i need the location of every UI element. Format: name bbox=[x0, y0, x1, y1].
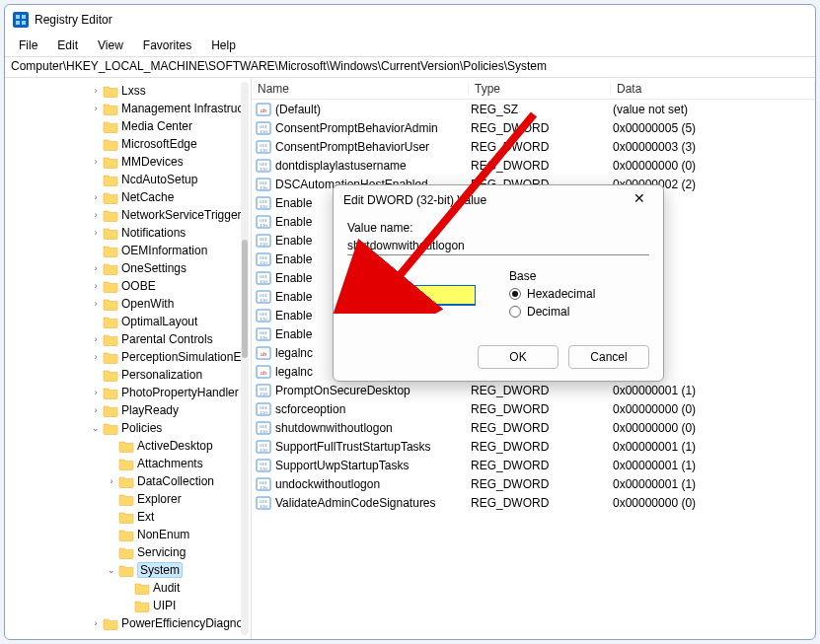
folder-icon bbox=[134, 581, 150, 595]
tree-item[interactable]: ›MMDevices bbox=[11, 153, 251, 171]
tree-item[interactable]: MicrosoftEdge bbox=[11, 135, 251, 153]
expand-icon[interactable]: › bbox=[90, 281, 102, 291]
col-type[interactable]: Type bbox=[469, 82, 611, 96]
tree-item[interactable]: ›Notifications bbox=[11, 224, 251, 242]
svg-text:110: 110 bbox=[260, 317, 267, 322]
list-row[interactable]: 011110ConsentPromptBehaviorAdminREG_DWOR… bbox=[252, 118, 815, 137]
tree-item[interactable]: ActiveDesktop bbox=[11, 437, 251, 455]
folder-icon bbox=[103, 315, 118, 328]
tree-item[interactable]: ›PowerEfficiencyDiagnos bbox=[11, 614, 251, 632]
menu-edit[interactable]: Edit bbox=[49, 36, 86, 54]
tree-pane[interactable]: ›Lxss›Management InfrastructMedia Center… bbox=[5, 78, 252, 639]
ok-button[interactable]: OK bbox=[478, 345, 559, 369]
list-row[interactable]: 011110SupportFullTrustStartupTasksREG_DW… bbox=[252, 437, 815, 456]
expand-icon[interactable]: › bbox=[90, 157, 102, 167]
list-header[interactable]: Name Type Data bbox=[252, 78, 815, 100]
svg-rect-0 bbox=[16, 15, 20, 19]
folder-icon bbox=[103, 208, 118, 222]
expand-icon[interactable]: ⌄ bbox=[106, 565, 117, 575]
expand-icon[interactable]: ⌄ bbox=[90, 423, 102, 433]
list-row[interactable]: 011110scforceoptionREG_DWORD0x00000000 (… bbox=[252, 399, 815, 418]
tree-item-label: Parental Controls bbox=[121, 332, 213, 346]
expand-icon[interactable]: › bbox=[90, 352, 102, 362]
tree-item[interactable]: NcdAutoSetup bbox=[11, 171, 251, 188]
tree-item-label: NetworkServiceTriggers bbox=[121, 208, 248, 222]
tree-item[interactable]: ›PerceptionSimulationEx bbox=[11, 348, 251, 366]
menu-help[interactable]: Help bbox=[203, 36, 244, 54]
expand-icon[interactable]: › bbox=[90, 228, 102, 238]
menu-favorites[interactable]: Favorites bbox=[135, 36, 199, 54]
reg-string-icon: ab bbox=[256, 345, 271, 361]
tree-item[interactable]: ›OneSettings bbox=[11, 259, 251, 277]
radio-dec-row[interactable]: Decimal bbox=[509, 305, 649, 319]
folder-icon bbox=[118, 492, 134, 506]
col-name[interactable]: Name bbox=[252, 82, 469, 96]
tree-item[interactable]: Audit bbox=[11, 579, 251, 597]
expand-icon[interactable]: › bbox=[90, 210, 102, 220]
radio-dec[interactable] bbox=[509, 306, 521, 318]
reg-string-icon: ab bbox=[256, 102, 271, 117]
value-name-input[interactable] bbox=[347, 237, 649, 255]
close-icon[interactable]: ✕ bbox=[626, 190, 653, 210]
tree-item[interactable]: Ext bbox=[11, 508, 251, 526]
expand-icon[interactable]: › bbox=[90, 388, 102, 397]
reg-dword-icon: 011110 bbox=[256, 289, 271, 305]
tree-item[interactable]: ›Parental Controls bbox=[11, 330, 251, 348]
radio-hex[interactable] bbox=[509, 288, 521, 300]
list-row[interactable]: 011110undockwithoutlogonREG_DWORD0x00000… bbox=[252, 474, 815, 493]
tree-item[interactable]: Explorer bbox=[11, 490, 251, 508]
expand-icon[interactable]: › bbox=[90, 263, 102, 273]
tree-item[interactable]: ›DataCollection bbox=[11, 472, 251, 490]
list-row[interactable]: 011110ConsentPromptBehaviorUserREG_DWORD… bbox=[252, 137, 815, 156]
tree-scrollbar[interactable] bbox=[241, 82, 249, 635]
tree-item[interactable]: ›Management Infrastruct bbox=[11, 100, 251, 117]
value-data-input[interactable] bbox=[347, 285, 476, 306]
expand-icon[interactable]: › bbox=[90, 334, 102, 344]
tree-item[interactable]: UIPI bbox=[11, 597, 251, 614]
svg-text:ab: ab bbox=[261, 107, 267, 114]
list-row[interactable]: 011110PromptOnSecureDesktopREG_DWORD0x00… bbox=[252, 381, 815, 399]
svg-text:110: 110 bbox=[260, 410, 267, 415]
tree-item[interactable]: ›Lxss bbox=[11, 82, 251, 100]
tree-item[interactable]: Attachments bbox=[11, 455, 251, 472]
tree-item[interactable]: Servicing bbox=[11, 543, 251, 561]
tree-item[interactable]: Media Center bbox=[11, 117, 251, 135]
tree-item-label: Personalization bbox=[121, 368, 202, 382]
expand-icon[interactable]: › bbox=[90, 618, 102, 628]
menu-file[interactable]: File bbox=[11, 36, 45, 54]
svg-text:110: 110 bbox=[260, 185, 267, 190]
list-row[interactable]: 011110ValidateAdminCodeSignaturesREG_DWO… bbox=[252, 493, 815, 512]
tree-item-label: OpenWith bbox=[121, 297, 174, 311]
folder-icon bbox=[103, 155, 118, 169]
folder-icon bbox=[103, 403, 118, 417]
list-row[interactable]: 011110dontdisplaylastusernameREG_DWORD0x… bbox=[252, 156, 815, 175]
tree-scrollbar-thumb[interactable] bbox=[242, 240, 248, 358]
col-data[interactable]: Data bbox=[611, 82, 815, 96]
tree-item[interactable]: OEMInformation bbox=[11, 242, 251, 259]
tree-item[interactable]: ⌄System bbox=[11, 561, 251, 579]
tree-item[interactable]: ›PhotoPropertyHandler bbox=[11, 384, 251, 401]
expand-icon[interactable]: › bbox=[90, 192, 102, 202]
list-row[interactable]: 011110SupportUwpStartupTasksREG_DWORD0x0… bbox=[252, 456, 815, 474]
tree-item[interactable]: ›OpenWith bbox=[11, 295, 251, 313]
tree-item[interactable]: NonEnum bbox=[11, 526, 251, 543]
tree-item[interactable]: ⌄Policies bbox=[11, 419, 251, 437]
folder-icon bbox=[103, 297, 118, 311]
tree-item[interactable]: ›OOBE bbox=[11, 277, 251, 295]
expand-icon[interactable]: › bbox=[90, 405, 102, 415]
address-bar[interactable]: Computer\HKEY_LOCAL_MACHINE\SOFTWARE\Mic… bbox=[5, 56, 815, 78]
tree-item[interactable]: ›PlayReady bbox=[11, 401, 251, 419]
cancel-button[interactable]: Cancel bbox=[568, 345, 649, 369]
list-row[interactable]: 011110shutdownwithoutlogonREG_DWORD0x000… bbox=[252, 418, 815, 437]
expand-icon[interactable]: › bbox=[90, 299, 102, 309]
expand-icon[interactable]: › bbox=[106, 476, 117, 486]
tree-item[interactable]: Personalization bbox=[11, 366, 251, 384]
menu-view[interactable]: View bbox=[90, 36, 131, 54]
tree-item[interactable]: ›NetworkServiceTriggers bbox=[11, 206, 251, 224]
expand-icon[interactable]: › bbox=[90, 104, 102, 113]
list-row[interactable]: ab(Default)REG_SZ(value not set) bbox=[252, 100, 815, 118]
tree-item[interactable]: OptimalLayout bbox=[11, 313, 251, 330]
radio-hex-row[interactable]: Hexadecimal bbox=[509, 287, 649, 301]
expand-icon[interactable]: › bbox=[90, 86, 102, 96]
tree-item[interactable]: ›NetCache bbox=[11, 188, 251, 206]
